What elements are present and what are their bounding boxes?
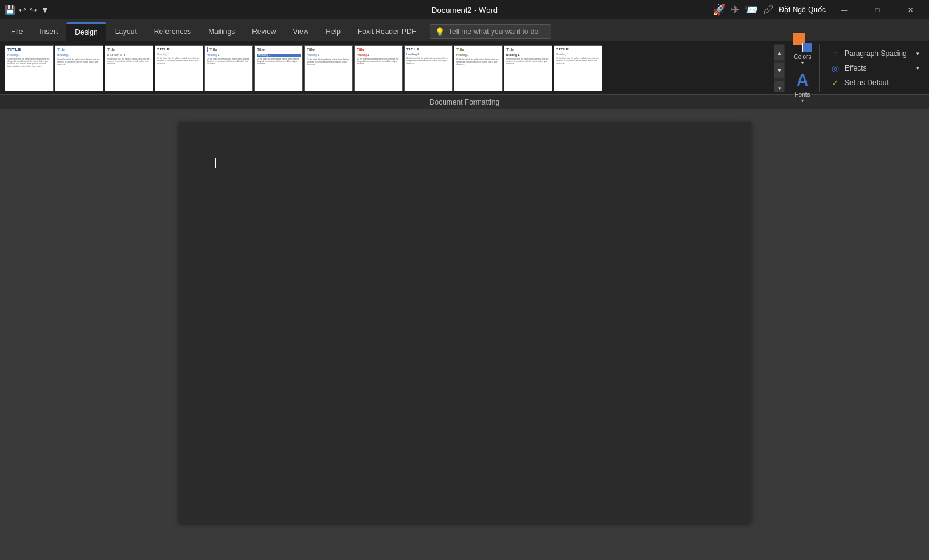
tabs-row: File Insert Design Layout References Mai… bbox=[2, 22, 551, 41]
scroll-more-button[interactable]: ▾ bbox=[774, 81, 784, 92]
theme-items-container: TITLE Heading 1 On the Insert tab, the g… bbox=[0, 44, 607, 92]
set-as-default-label: Set as Default bbox=[844, 78, 890, 87]
scroll-up-button[interactable]: ▲ bbox=[774, 45, 784, 60]
theme-item-9[interactable]: TITLE Heading 1 On the Insert tab, the g… bbox=[404, 45, 453, 91]
set-default-check-icon: ✓ bbox=[830, 78, 841, 88]
theme-gallery: TITLE Heading 1 On the Insert tab, the g… bbox=[0, 44, 785, 92]
theme-item-11[interactable]: Title Heading 1 On the Insert tab, the g… bbox=[504, 45, 552, 91]
paragraph-spacing-label: Paragraph Spacing bbox=[844, 49, 907, 58]
tab-review[interactable]: Review bbox=[243, 22, 284, 41]
canvas-area[interactable] bbox=[0, 109, 929, 560]
title-bar-left: 💾 ↩ ↪ ▼ bbox=[5, 5, 49, 15]
scroll-down-button[interactable]: ▼ bbox=[774, 63, 784, 78]
theme-item-12[interactable]: TITLE Heading 1 On the Insert tab, the g… bbox=[554, 45, 602, 91]
colors-arrow-icon: ▾ bbox=[801, 60, 804, 66]
deco-icon-4: 🖊 bbox=[763, 4, 774, 16]
close-button[interactable]: ✕ bbox=[896, 1, 924, 18]
theme-item-4[interactable]: TITLE Heading 1 On the Insert tab, the g… bbox=[155, 45, 203, 91]
fonts-icon: A bbox=[796, 71, 809, 90]
tab-mailings[interactable]: Mailings bbox=[200, 22, 243, 41]
text-cursor bbox=[215, 158, 216, 168]
title-bar: 💾 ↩ ↪ ▼ Document2 - Word 🚀 ✈ 📨 🖊 Đặt Ngô… bbox=[0, 0, 929, 19]
document-page[interactable] bbox=[179, 122, 751, 523]
colors-fonts-section: Colors ▾ A Fonts ▾ bbox=[785, 44, 819, 92]
maximize-button[interactable]: □ bbox=[863, 1, 891, 18]
theme-item-7[interactable]: Title Heading 1 On the Insert tab, the g… bbox=[304, 45, 353, 91]
tab-layout[interactable]: Layout bbox=[106, 22, 145, 41]
deco-icon-1: 🚀 bbox=[712, 3, 726, 16]
paragraph-spacing-arrow: ▾ bbox=[916, 50, 919, 57]
user-name[interactable]: Đặt Ngô Quốc bbox=[779, 5, 826, 14]
fonts-button[interactable]: A Fonts ▾ bbox=[790, 68, 815, 106]
title-bar-right: 🚀 ✈ 📨 🖊 Đặt Ngô Quốc — □ ✕ bbox=[712, 1, 924, 18]
quick-access-save[interactable]: 💾 bbox=[5, 5, 15, 15]
lightbulb-icon: 💡 bbox=[435, 27, 445, 36]
theme-item-8[interactable]: Title Heading 1 On the Insert tab, the g… bbox=[354, 45, 403, 91]
theme-item-5[interactable]: Title Heading 1 On the Insert tab, the g… bbox=[204, 45, 253, 91]
tab-references[interactable]: References bbox=[145, 22, 200, 41]
fonts-arrow-icon: ▾ bbox=[801, 98, 804, 103]
set-as-default-button[interactable]: ✓ Set as Default bbox=[827, 77, 922, 89]
theme-item-10[interactable]: Title Heading 1 On the Insert tab, the g… bbox=[454, 45, 503, 91]
quick-access-dropdown[interactable]: ▼ bbox=[41, 5, 49, 15]
document-formatting-label: Document Formatting bbox=[430, 98, 499, 106]
swatch-blue bbox=[802, 43, 812, 52]
theme-item-6[interactable]: Title Heading 1 On the Insert tab, the g… bbox=[254, 45, 303, 91]
tab-file[interactable]: File bbox=[2, 22, 31, 41]
tell-me-text: Tell me what you want to do bbox=[448, 27, 538, 36]
ribbon-panel-right: ≡ Paragraph Spacing ▾ ◎ Effects ▾ ✓ Set … bbox=[819, 44, 929, 92]
quick-access-redo[interactable]: ↪ bbox=[30, 5, 37, 15]
deco-icon-3: 📨 bbox=[745, 3, 758, 16]
ribbon-content: TITLE Heading 1 On the Insert tab, the g… bbox=[0, 41, 929, 95]
color-swatch bbox=[793, 33, 812, 52]
theme-item-3[interactable]: Title HEADING 1 On the Insert tab, the g… bbox=[105, 45, 153, 91]
tell-me-bar[interactable]: 💡 Tell me what you want to do bbox=[430, 24, 551, 39]
colors-label: Colors bbox=[794, 54, 812, 60]
effects-button[interactable]: ◎ Effects ▾ bbox=[827, 62, 922, 74]
tab-insert[interactable]: Insert bbox=[31, 22, 66, 41]
paragraph-spacing-icon: ≡ bbox=[830, 49, 841, 58]
effects-icon: ◎ bbox=[830, 63, 841, 73]
effects-arrow: ▾ bbox=[916, 65, 919, 71]
fonts-label: Fonts bbox=[795, 91, 810, 98]
tab-view[interactable]: View bbox=[285, 22, 318, 41]
tab-foxit[interactable]: Foxit Reader PDF bbox=[349, 22, 425, 41]
tab-design[interactable]: Design bbox=[66, 22, 106, 41]
theme-item-1[interactable]: TITLE Heading 1 On the Insert tab, the g… bbox=[5, 45, 54, 91]
quick-access-undo[interactable]: ↩ bbox=[19, 5, 26, 15]
theme-item-2[interactable]: Title Heading 1 On the Insert tab, the g… bbox=[55, 45, 103, 91]
tab-help[interactable]: Help bbox=[317, 22, 349, 41]
paragraph-spacing-button[interactable]: ≡ Paragraph Spacing ▾ bbox=[827, 47, 922, 60]
minimize-button[interactable]: — bbox=[830, 1, 858, 18]
effects-label: Effects bbox=[844, 64, 866, 72]
deco-icon-2: ✈ bbox=[731, 3, 740, 16]
gallery-scroll: ▲ ▼ ▾ bbox=[774, 44, 785, 92]
window-title: Document2 - Word bbox=[431, 5, 498, 15]
colors-button[interactable]: Colors ▾ bbox=[788, 30, 817, 68]
